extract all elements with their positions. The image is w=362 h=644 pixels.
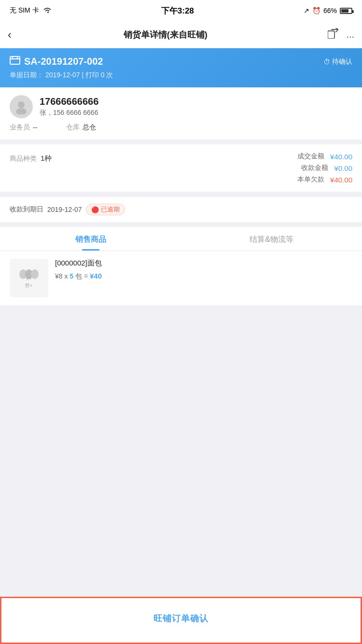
svg-point-2 <box>18 101 25 108</box>
status-time: 下午3:28 <box>161 5 194 16</box>
svg-text:野+: 野+ <box>26 277 31 280</box>
status-right: ↗ ⏰ 66% <box>304 7 352 14</box>
overdue-badge: 🔴 已逾期 <box>86 204 125 215</box>
svg-point-3 <box>16 108 27 114</box>
battery-icon <box>340 8 352 14</box>
tabs-bar: 销售商品 结算&物流等 <box>0 227 362 251</box>
quantity: 5 <box>70 272 73 280</box>
received-row: 收款金额 ¥0.00 <box>301 164 352 172</box>
warehouse-value: 总仓 <box>83 123 96 132</box>
nav-actions: ... <box>328 28 354 41</box>
product-price: ¥8 x 5 包 = ¥40 <box>55 272 352 281</box>
unit-price: ¥8 <box>55 272 63 280</box>
multiply-sign: x <box>64 272 70 280</box>
category-label: 商品种类 <box>10 154 37 163</box>
status-bar: 无 SIM 卡 下午3:28 ↗ ⏰ 66% <box>0 0 362 21</box>
customer-top: 17666666666 张，156 6666 6666 <box>10 95 352 118</box>
product-list: 野+ 野+ [0000002]面包 ¥8 x 5 包 = ¥40 <box>0 251 362 306</box>
customer-meta: 业务员 -- 仓库 总仓 <box>10 123 352 132</box>
alarm-icon: ⏰ <box>312 7 320 14</box>
order-icon <box>10 56 20 67</box>
salesperson-value: -- <box>33 124 37 131</box>
unit: 包 <box>75 272 82 280</box>
avatar <box>10 95 33 118</box>
confirm-button-container: 旺铺订单确认 <box>0 597 362 644</box>
status-left: 无 SIM 卡 <box>10 6 52 15</box>
due-date-label: 收款到期日 <box>10 205 43 214</box>
nav-bar: ‹ 销货单详情(来自旺铺) ... <box>0 21 362 48</box>
customer-phone: 17666666666 <box>40 96 98 107</box>
customer-card: 17666666666 张，156 6666 6666 业务员 -- 仓库 总仓 <box>0 87 362 140</box>
order-date: 单据日期： 2019-12-07 | 打印 0 次 <box>10 71 352 80</box>
tab-sales-products[interactable]: 销售商品 <box>0 227 181 251</box>
salesperson-item: 业务员 -- <box>10 123 37 132</box>
more-button[interactable]: ... <box>346 29 354 40</box>
wifi-icon <box>43 7 52 15</box>
summary-left: 商品种类 1种 <box>10 152 52 163</box>
received-label: 收款金额 <box>301 164 328 172</box>
due-date-value: 2019-12-07 <box>47 206 82 213</box>
warning-icon: 🔴 <box>91 206 99 213</box>
salesperson-label: 业务员 <box>10 123 30 132</box>
tab-settlement[interactable]: 结算&物流等 <box>181 227 362 251</box>
category-count: 1种 <box>41 154 52 163</box>
table-row: 野+ 野+ [0000002]面包 ¥8 x 5 包 = ¥40 <box>0 251 362 306</box>
overdue-text: 已逾期 <box>101 205 120 214</box>
owed-row: 本单欠款 ¥40.00 <box>297 175 352 184</box>
order-header-top: SA-20191207-002 ⏱ 待确认 <box>10 56 352 67</box>
share-button[interactable] <box>328 28 338 41</box>
product-name: [0000002]面包 <box>55 259 352 268</box>
summary-right: 成交金额 ¥40.00 收款金额 ¥0.00 本单欠款 ¥40.00 <box>297 152 352 184</box>
order-id: SA-20191207-002 <box>10 56 103 67</box>
equals-sign: = <box>84 272 90 280</box>
carrier-label: 无 SIM 卡 <box>10 6 39 15</box>
received-amount: ¥0.00 <box>334 164 352 172</box>
location-icon: ↗ <box>304 7 309 14</box>
product-total: ¥40 <box>90 272 102 280</box>
svg-rect-1 <box>10 56 20 64</box>
svg-rect-0 <box>328 31 334 39</box>
transaction-amount: ¥40.00 <box>330 153 352 161</box>
owed-label: 本单欠款 <box>297 175 324 184</box>
page-title: 销货单详情(来自旺铺) <box>3 29 328 41</box>
transaction-row: 成交金额 ¥40.00 <box>297 152 352 161</box>
confirm-order-button[interactable]: 旺铺订单确认 <box>13 606 349 631</box>
bottom-spacer <box>0 306 362 402</box>
clock-icon: ⏱ <box>323 58 330 66</box>
customer-name: 张，156 6666 6666 <box>40 109 98 117</box>
battery-text: 66% <box>323 7 337 14</box>
warehouse-item: 仓库 总仓 <box>66 123 96 132</box>
product-image: 野+ 野+ <box>10 259 48 297</box>
due-date-bar: 收款到期日 2019-12-07 🔴 已逾期 <box>0 196 362 222</box>
svg-point-6 <box>31 269 39 279</box>
order-status: ⏱ 待确认 <box>323 57 352 66</box>
product-info: [0000002]面包 ¥8 x 5 包 = ¥40 <box>55 259 352 281</box>
customer-info: 17666666666 张，156 6666 6666 <box>40 96 98 117</box>
owed-amount: ¥40.00 <box>330 176 352 184</box>
warehouse-label: 仓库 <box>66 123 80 132</box>
summary-card: 商品种类 1种 成交金额 ¥40.00 收款金额 ¥0.00 本单欠款 ¥40.… <box>0 144 362 192</box>
transaction-label: 成交金额 <box>297 152 324 161</box>
order-header: SA-20191207-002 ⏱ 待确认 单据日期： 2019-12-07 |… <box>0 48 362 87</box>
